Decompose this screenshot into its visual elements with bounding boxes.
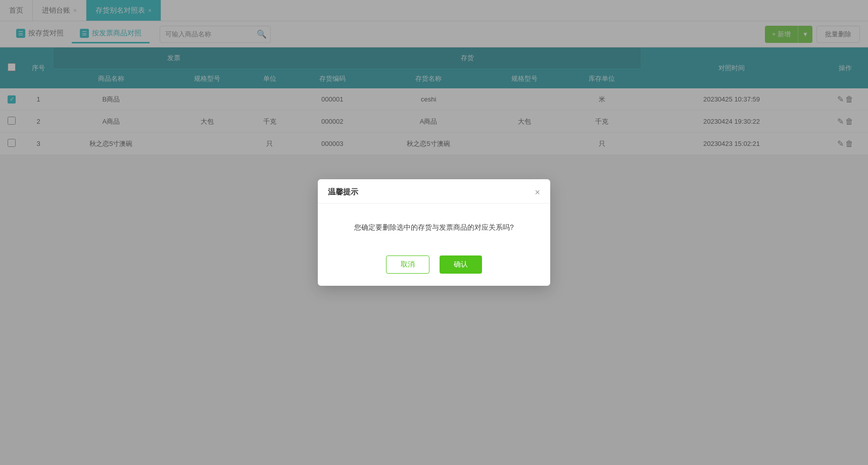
modal-overlay: 温馨提示 × 您确定要删除选中的存货与发票商品的对应关系吗? 取消 确认	[0, 0, 868, 155]
